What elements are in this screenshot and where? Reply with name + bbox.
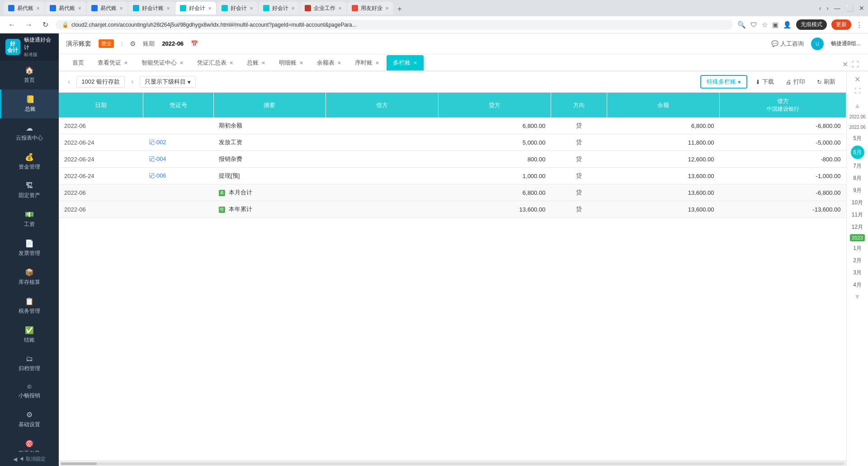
tab-close-journal[interactable]: ✕ (375, 60, 379, 66)
update-button[interactable]: 更新 (831, 19, 851, 30)
tab-close-voucher[interactable]: ✕ (124, 60, 128, 66)
sidebar-item-fund[interactable]: 💰 资金管理 (0, 147, 59, 176)
sidebar-item-ledger[interactable]: 📒 总账 (0, 89, 59, 118)
browser-tab-1[interactable]: 易代账 ✕ (4, 2, 44, 14)
browser-tab-8[interactable]: 企业工作 ✕ (300, 2, 346, 14)
page-tab-voucher-summary[interactable]: 凭证汇总表 ✕ (191, 55, 240, 71)
browser-tab-5[interactable]: 好会计 ✕ (175, 2, 216, 14)
cell-voucher[interactable]: 记-004 (143, 151, 213, 168)
tab-close-7[interactable]: ✕ (291, 6, 295, 11)
sidebar-item-invoice[interactable]: 📄 发票管理 (0, 234, 59, 263)
timeline-scroll-down-button[interactable]: ▼ (852, 291, 863, 303)
new-tab-button[interactable]: + (394, 4, 405, 14)
month-6[interactable]: 6月 (851, 146, 864, 159)
bookmark-icon[interactable]: ☆ (762, 21, 768, 29)
month-9[interactable]: 9月 (849, 184, 866, 197)
browser-tab-6[interactable]: 好会计 ✕ (217, 2, 258, 14)
horizontal-scrollbar[interactable] (59, 461, 846, 466)
download-button[interactable]: ⬇ 下载 (752, 76, 778, 88)
next-account-button[interactable]: › (129, 78, 135, 86)
timeline-scroll-up-button[interactable]: ▲ (852, 100, 863, 112)
forward-button[interactable]: → (23, 20, 35, 30)
month-2023-4[interactable]: 4月 (849, 279, 866, 291)
page-tab-smart-voucher[interactable]: 智能凭证中心 ✕ (135, 55, 190, 71)
month-2023-1[interactable]: 1月 (849, 242, 866, 254)
tab-close-6[interactable]: ✕ (250, 6, 253, 11)
tab-close-3[interactable]: ✕ (119, 6, 123, 11)
user-avatar[interactable]: U (811, 38, 824, 50)
menu-icon[interactable]: ⋮ (856, 21, 863, 29)
sidebar-item-settings[interactable]: ⚙ 基础设置 (0, 405, 59, 434)
tab-close-detail-ledger[interactable]: ✕ (299, 60, 303, 66)
unpin-button[interactable]: ◀ ◀ 取消固定 (0, 452, 59, 466)
tab-scroll-right[interactable]: › (826, 5, 829, 12)
account-selector[interactable]: 1002 银行存款 (76, 76, 125, 88)
sidebar-item-home[interactable]: 🏠 首页 (0, 61, 59, 89)
browser-tab-2[interactable]: 易代账 ✕ (45, 2, 86, 14)
tab-close-9[interactable]: ✕ (385, 6, 389, 11)
consultant-button[interactable]: 💬 人工咨询 (771, 40, 804, 48)
tab-close-balance[interactable]: ✕ (337, 60, 341, 66)
timeline-close-button[interactable]: ✕ (853, 73, 862, 85)
month-2023-3[interactable]: 3月 (849, 267, 866, 279)
app-logo[interactable]: 好会计 畅捷通好会计 标准版 (0, 33, 59, 61)
tab-close-multi-column[interactable]: ✕ (413, 60, 417, 66)
page-tab-home[interactable]: 首页 (66, 55, 90, 71)
url-bar[interactable]: 🔒 cloud2.chanjet.com/accounting/uh26t264… (56, 20, 733, 30)
special-multi-column-button[interactable]: 特殊多栏账 ▾ (700, 75, 747, 89)
sidebar-item-archive[interactable]: 🗂 归档管理 (0, 349, 59, 378)
sidebar-item-close-accounts[interactable]: ✅ 结账 (0, 320, 59, 349)
minimize-button[interactable]: — (834, 5, 840, 12)
refresh-button[interactable]: ↻ 刷新 (813, 76, 839, 88)
close-window-button[interactable]: ✕ (859, 5, 864, 12)
sidebar-item-expense[interactable]: © 小畅报销 (0, 378, 59, 405)
sub-account-toggle[interactable]: 只显示下级科目 ▾ (140, 76, 196, 88)
tab-close-5[interactable]: ✕ (208, 6, 212, 11)
tab-close-2[interactable]: ✕ (78, 6, 81, 11)
page-tab-general-ledger[interactable]: 总账 ✕ (241, 55, 272, 71)
sidebar-item-fixed-assets[interactable]: 🏗 固定资产 (0, 176, 59, 205)
sidebar-item-guide[interactable]: 🎯 新手引导 (0, 434, 59, 452)
sidebar-item-tax[interactable]: 📋 税务管理 (0, 292, 59, 320)
month-12[interactable]: 12月 (849, 221, 866, 233)
sidebar-item-cloud-report[interactable]: ☁ 云报表中心 (0, 118, 59, 147)
page-tab-detail-ledger[interactable]: 明细账 ✕ (273, 55, 310, 71)
browser-tab-4[interactable]: 好会计账 ✕ (128, 2, 175, 14)
refresh-button[interactable]: ↻ (40, 19, 51, 30)
cell-voucher[interactable]: 记-006 (143, 168, 213, 184)
print-button[interactable]: 🖨 打印 (782, 76, 809, 88)
tab-close-voucher-summary[interactable]: ✕ (229, 60, 233, 66)
tab-close-general-ledger[interactable]: ✕ (261, 60, 265, 66)
extension-icon[interactable]: 🛡 (750, 21, 757, 28)
tab-scroll-left[interactable]: ‹ (819, 5, 821, 12)
sidebar-item-inventory[interactable]: 📦 库存核算 (0, 263, 59, 292)
wuhen-mode-button[interactable]: 无痕模式 (796, 19, 827, 30)
tab-close-smart-voucher[interactable]: ✕ (179, 60, 184, 66)
account-settings-icon[interactable]: ⚙ (130, 40, 136, 48)
tab-close-1[interactable]: ✕ (36, 6, 40, 11)
month-5[interactable]: 5月 (849, 132, 866, 145)
month-7[interactable]: 7月 (849, 160, 866, 172)
browser-tab-3[interactable]: 易代账 ✕ (87, 2, 127, 14)
sidebar-item-payroll[interactable]: 💵 工资 (0, 205, 59, 234)
restore-button[interactable]: ⬜ (846, 5, 854, 12)
browser-tab-9[interactable]: 用友好业 ✕ (347, 2, 393, 14)
profile-icon[interactable]: 👤 (783, 21, 792, 29)
page-tab-balance[interactable]: 余额表 ✕ (311, 55, 348, 71)
prev-account-button[interactable]: ‹ (66, 78, 72, 86)
cell-voucher[interactable]: 记-002 (143, 134, 213, 151)
browser-tab-7[interactable]: 好会计 ✕ (259, 2, 299, 14)
month-2023-2[interactable]: 2月 (849, 254, 866, 267)
tab-close-8[interactable]: ✕ (338, 6, 342, 11)
calendar-icon[interactable]: 📅 (191, 40, 198, 47)
panel-close-button[interactable]: ✕ (840, 58, 850, 71)
search-icon[interactable]: 🔍 (737, 21, 746, 29)
month-11[interactable]: 11月 (849, 209, 866, 221)
month-8[interactable]: 8月 (849, 172, 866, 184)
timeline-expand-button[interactable]: ⛶ (853, 85, 863, 96)
page-tab-multi-column[interactable]: 多栏账 ✕ (387, 55, 424, 71)
page-tab-voucher[interactable]: 查看凭证 ✕ (91, 55, 134, 71)
month-10[interactable]: 10月 (849, 197, 866, 209)
back-button[interactable]: ← (5, 20, 18, 30)
page-tab-journal[interactable]: 序时账 ✕ (349, 55, 386, 71)
